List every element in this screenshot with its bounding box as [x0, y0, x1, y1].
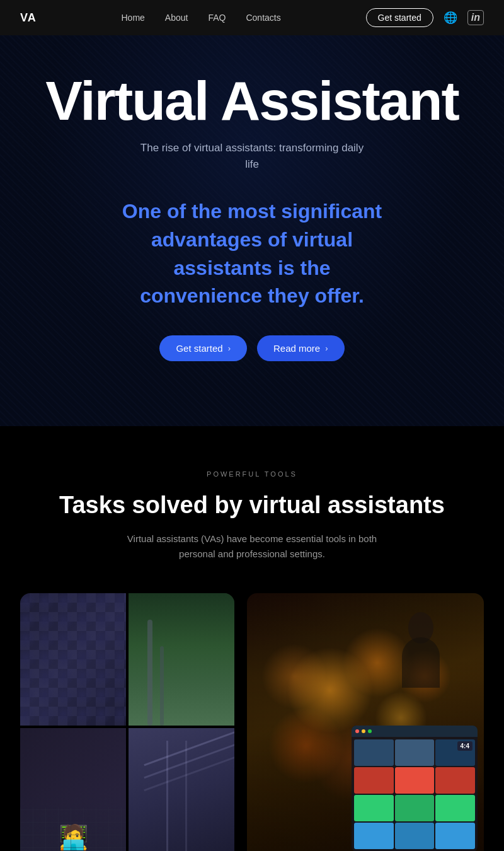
hero-subtitle: The rise of virtual assistants: transfor…: [132, 140, 372, 172]
screen-cell-12: [435, 823, 475, 849]
screen-badge: 4:4: [457, 741, 472, 751]
nav-about[interactable]: About: [165, 13, 188, 23]
nav-links: Home About FAQ Contacts: [121, 12, 280, 23]
screen-cell-2: [395, 739, 435, 766]
hero-quote: One of the most significant advantages o…: [120, 197, 384, 310]
section-label: POWERFUL TOOLS: [207, 470, 297, 478]
image-collage: 🧑‍💻: [20, 593, 234, 851]
screen-body: [352, 737, 478, 851]
person-silhouette: [396, 612, 446, 688]
plant-image: [129, 593, 234, 726]
dot-yellow: [362, 729, 365, 733]
hex-wall-image: [20, 593, 126, 726]
screen-cell-11: [395, 823, 435, 849]
nav-get-started-button[interactable]: Get started: [366, 8, 433, 27]
screen-cell-9: [435, 795, 475, 821]
navbar: VA Home About FAQ Contacts Get started 🌐…: [0, 0, 504, 35]
screen-overlay: 4:4: [352, 726, 478, 851]
screen-cell-8: [395, 795, 435, 821]
screen-cell-10: [354, 823, 394, 849]
hero-section: Virtual Assistant The rise of virtual as…: [0, 35, 504, 426]
dot-green: [368, 729, 372, 733]
nav-faq[interactable]: FAQ: [208, 13, 226, 23]
hero-get-started-button[interactable]: Get started ›: [159, 335, 247, 361]
section-title: Tasks solved by virtual assistants: [59, 492, 445, 519]
hero-buttons: Get started › Read more ›: [159, 335, 344, 361]
globe-icon[interactable]: 🌐: [444, 11, 457, 25]
nav-right: Get started 🌐 in: [366, 8, 484, 27]
arrow-icon: ›: [228, 344, 231, 353]
hero-content: Virtual Assistant The rise of virtual as…: [0, 35, 504, 361]
dot-red: [355, 729, 359, 733]
site-logo: VA: [20, 11, 37, 25]
arrow-icon-2: ›: [325, 344, 328, 353]
staircase-image: [129, 728, 234, 851]
bokeh-background: 4:4: [247, 593, 484, 851]
hero-title: Virtual Assistant: [45, 73, 459, 129]
screen-cell-6: [435, 767, 475, 794]
nav-home[interactable]: Home: [121, 13, 144, 23]
linkedin-icon[interactable]: in: [467, 10, 484, 25]
image-col-right: 4:4: [247, 593, 484, 851]
screen-cell-7: [354, 795, 394, 821]
nav-contacts[interactable]: Contacts: [246, 13, 280, 23]
hero-read-more-button[interactable]: Read more ›: [257, 335, 345, 361]
tools-section: POWERFUL TOOLS Tasks solved by virtual a…: [0, 426, 504, 851]
screen-cell-4: [354, 767, 394, 794]
screen-cell-5: [395, 767, 435, 794]
section-description: Virtual assistants (VAs) have become ess…: [126, 531, 378, 562]
screen-cell-1: [354, 739, 394, 766]
person-laptop-image: 🧑‍💻: [20, 728, 126, 851]
bokeh-image: 4:4: [247, 593, 484, 851]
image-grid: 🧑‍💻: [20, 593, 484, 851]
image-col-left: 🧑‍💻: [20, 593, 234, 851]
screen-top-bar: [352, 726, 478, 737]
